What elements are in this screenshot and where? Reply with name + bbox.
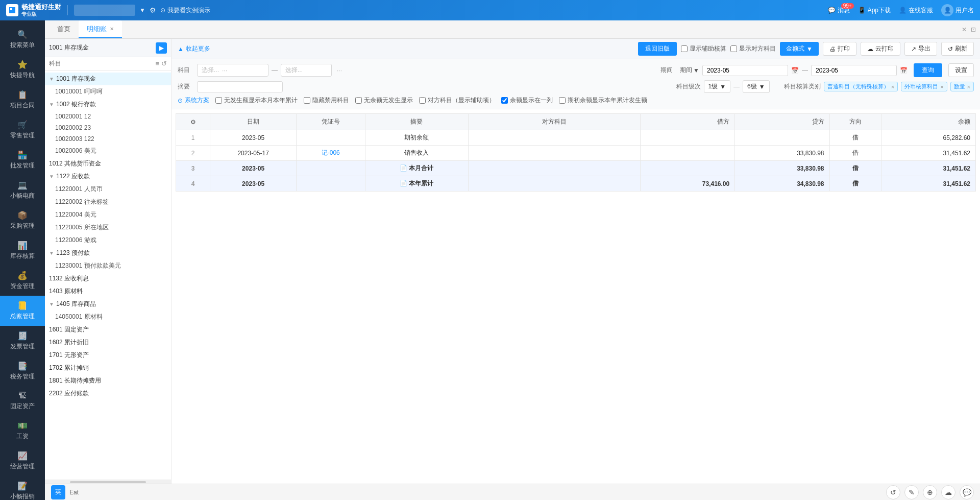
subject-input-wrapper[interactable]: 选择... ···: [197, 64, 268, 77]
tag-close-icon[interactable]: ×: [967, 84, 970, 90]
period-end-input[interactable]: [811, 65, 897, 76]
sidebar-item-quick-nav[interactable]: ⭐ 快捷导航: [0, 55, 45, 85]
period-start-input[interactable]: [702, 65, 788, 76]
level-start-select[interactable]: 1级 ▼: [704, 80, 731, 93]
expand-icon[interactable]: ⊡: [971, 26, 976, 33]
user-action[interactable]: 👤 用户名: [941, 4, 974, 16]
sidebar-item-wholesale[interactable]: 🏪 批发管理: [0, 145, 45, 175]
header-dropdown[interactable]: ▼: [139, 7, 145, 14]
tree-item-1012[interactable]: 1012 其他货币资金: [45, 157, 171, 170]
checkbox-hide-disabled-input[interactable]: [304, 97, 310, 104]
bottom-action-4[interactable]: ☁: [941, 485, 955, 499]
sidebar-item-finance[interactable]: 💰 资金管理: [0, 266, 45, 296]
return-old-button[interactable]: 退回旧版: [638, 42, 677, 56]
lang-switch-button[interactable]: 英: [51, 485, 65, 499]
tag-close-icon[interactable]: ×: [891, 84, 894, 90]
print-button[interactable]: 🖨 打印: [823, 42, 856, 56]
amount-format-button[interactable]: 金额式 ▼: [780, 42, 819, 56]
period-type-select[interactable]: 期间 ▼: [680, 66, 699, 75]
checkbox-contra-subject-input[interactable]: [419, 97, 426, 104]
sidebar-item-tax[interactable]: 📑 税务管理: [0, 356, 45, 386]
checkbox-no-amount[interactable]: 无发生额显示本月本年累计: [215, 96, 298, 105]
tab-home[interactable]: 首页: [49, 20, 79, 38]
checkbox-balance-one-col[interactable]: 余额显示在一列: [501, 96, 553, 105]
sidebar-item-salary[interactable]: 💵 工资: [0, 416, 45, 446]
sidebar-item-project[interactable]: 📋 项目合同: [0, 85, 45, 115]
checkbox-no-amount-input[interactable]: [215, 97, 222, 104]
sidebar-item-invoice[interactable]: 🧾 发票管理: [0, 326, 45, 356]
checkbox-contra-subject[interactable]: 对方科目（显示辅助项）: [419, 96, 495, 105]
refresh-button[interactable]: ↺ 刷新: [941, 42, 974, 56]
tree-item-2202[interactable]: 2202 应付账款: [45, 387, 171, 400]
tree-item-10020003[interactable]: 10020003 122: [45, 133, 171, 145]
calendar-start-icon[interactable]: 📅: [791, 67, 799, 74]
sidebar-item-sales-report[interactable]: 📝 小畅报销: [0, 476, 45, 500]
account-nav-button[interactable]: ▶: [156, 42, 167, 54]
bottom-action-3[interactable]: ⊕: [923, 485, 937, 499]
col-settings[interactable]: ⚙: [176, 114, 210, 130]
tree-item-1405[interactable]: ▼ 1405 库存商品: [45, 298, 171, 311]
refresh-tree-icon[interactable]: ↺: [161, 60, 167, 67]
tree-item-10020006[interactable]: 10020006 美元: [45, 145, 171, 157]
sidebar-item-operations[interactable]: 📈 经营管理: [0, 446, 45, 476]
app-download-action[interactable]: 📱 App下载: [858, 6, 891, 15]
tree-item-1123[interactable]: ▼ 1123 预付款: [45, 247, 171, 259]
checkbox-no-balance-input[interactable]: [355, 97, 362, 104]
tree-item-10020002[interactable]: 10020002 23: [45, 122, 171, 133]
sidebar-item-purchase[interactable]: 📦 采购管理: [0, 205, 45, 235]
sidebar-item-inventory[interactable]: 📊 库存核算: [0, 235, 45, 266]
list-icon[interactable]: ≡: [155, 60, 159, 67]
level-end-select[interactable]: 6级 ▼: [743, 80, 770, 93]
tree-item-11220001[interactable]: 11220001 人民币: [45, 183, 171, 196]
tag-normal-subject[interactable]: 普通科目（无特殊核算） ×: [824, 82, 898, 91]
row-voucher[interactable]: 记-006: [296, 146, 365, 161]
tree-item-11220006[interactable]: 11220006 游戏: [45, 234, 171, 247]
sidebar-item-retail[interactable]: 🛒 零售管理: [0, 115, 45, 145]
tree-item-11220002[interactable]: 11220002 往来标签: [45, 196, 171, 208]
tree-item-1601[interactable]: 1601 固定资产: [45, 323, 171, 336]
expand-filter-button[interactable]: ▲ 收起更多: [178, 44, 210, 53]
query-button[interactable]: 查询: [914, 63, 942, 77]
close-window-icon[interactable]: ✕: [962, 26, 967, 33]
gear-button[interactable]: ⚙: [150, 6, 156, 14]
checkbox-hide-disabled[interactable]: 隐藏禁用科目: [304, 96, 349, 105]
calendar-end-icon[interactable]: 📅: [900, 67, 908, 74]
bottom-action-5[interactable]: 💬: [960, 485, 974, 499]
subject-end-input[interactable]: 选择...: [281, 64, 332, 77]
sidebar-item-search[interactable]: 🔍 搜索菜单: [0, 25, 45, 55]
cloud-print-button[interactable]: ☁ 云打印: [861, 42, 900, 56]
tag-close-icon[interactable]: ×: [940, 84, 943, 90]
tree-item-1403[interactable]: 1403 原材料: [45, 285, 171, 298]
header-search-input[interactable]: [74, 5, 135, 16]
show-contra-checkbox-group[interactable]: 显示对方科目: [730, 44, 776, 53]
checkbox-no-balance[interactable]: 无余额无发生显示: [355, 96, 413, 105]
checkbox-opening-balance[interactable]: 期初余额显示本年累计发生额: [559, 96, 647, 105]
show-contra-checkbox[interactable]: [730, 45, 737, 52]
tree-item-1001[interactable]: ▼ 1001 库存现金: [45, 73, 171, 85]
bottom-action-2[interactable]: ✎: [904, 485, 919, 499]
tree-item-1002[interactable]: ▼ 1002 银行存款: [45, 98, 171, 111]
filter-settings-button[interactable]: 设置: [948, 63, 974, 77]
tree-item-1602[interactable]: 1602 累计折旧: [45, 336, 171, 349]
tab-detail[interactable]: 明细账 ✕: [79, 20, 122, 38]
show-aux-checkbox[interactable]: [681, 45, 688, 52]
tree-item-1132[interactable]: 1132 应收利息: [45, 272, 171, 285]
bottom-action-1[interactable]: ↺: [886, 485, 900, 499]
demo-link[interactable]: ⊙ 我要看实例演示: [160, 6, 210, 15]
summary-input[interactable]: [197, 81, 283, 92]
messages-action[interactable]: 💬 消息 99+: [828, 6, 850, 15]
tree-item-1701[interactable]: 1701 无形资产: [45, 349, 171, 362]
export-button[interactable]: ↗ 导出: [904, 42, 937, 56]
tree-item-10020001[interactable]: 10020001 12: [45, 111, 171, 122]
show-aux-checkbox-group[interactable]: 显示辅助核算: [681, 44, 726, 53]
tree-item-11220005[interactable]: 11220005 所在地区: [45, 221, 171, 234]
tree-item-1702[interactable]: 1702 累计摊销: [45, 362, 171, 374]
sidebar-item-assets[interactable]: 🏗 固定资产: [0, 386, 45, 416]
subject-more-dots[interactable]: ···: [337, 67, 342, 74]
tag-quantity[interactable]: 数量 ×: [950, 82, 974, 91]
tree-item-1122[interactable]: ▼ 1122 应收款: [45, 170, 171, 183]
tag-foreign-currency[interactable]: 外币核算科目 ×: [901, 82, 947, 91]
tree-item-1801[interactable]: 1801 长期待摊费用: [45, 374, 171, 387]
tree-item-10010001[interactable]: 10010001 呵呵呵: [45, 85, 171, 98]
tree-item-14050001[interactable]: 14050001 原材料: [45, 311, 171, 323]
